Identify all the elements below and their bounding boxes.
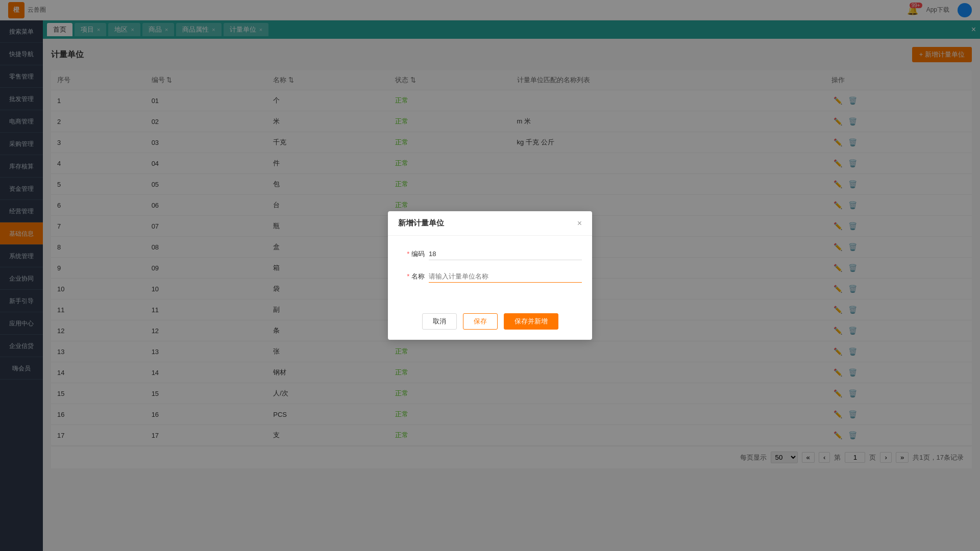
modal-title: 新增计量单位 — [398, 218, 444, 228]
modal-overlay[interactable]: 新增计量单位 × * 编码 * 名称 取消 保存 保存并新增 — [0, 0, 980, 551]
name-label: * 名称 — [398, 272, 429, 281]
modal-header: 新增计量单位 × — [388, 211, 592, 236]
modal-body: * 编码 * 名称 — [388, 236, 592, 305]
save-button[interactable]: 保存 — [463, 313, 498, 330]
name-input[interactable] — [429, 270, 582, 283]
name-form-row: * 名称 — [398, 270, 582, 283]
save-and-new-button[interactable]: 保存并新增 — [504, 313, 558, 330]
add-unit-modal: 新增计量单位 × * 编码 * 名称 取消 保存 保存并新增 — [388, 211, 592, 340]
code-form-row: * 编码 — [398, 248, 582, 260]
modal-footer: 取消 保存 保存并新增 — [388, 305, 592, 340]
modal-close-button[interactable]: × — [577, 219, 582, 228]
code-label: * 编码 — [398, 249, 429, 259]
code-input[interactable] — [429, 248, 582, 260]
cancel-button[interactable]: 取消 — [422, 313, 457, 330]
